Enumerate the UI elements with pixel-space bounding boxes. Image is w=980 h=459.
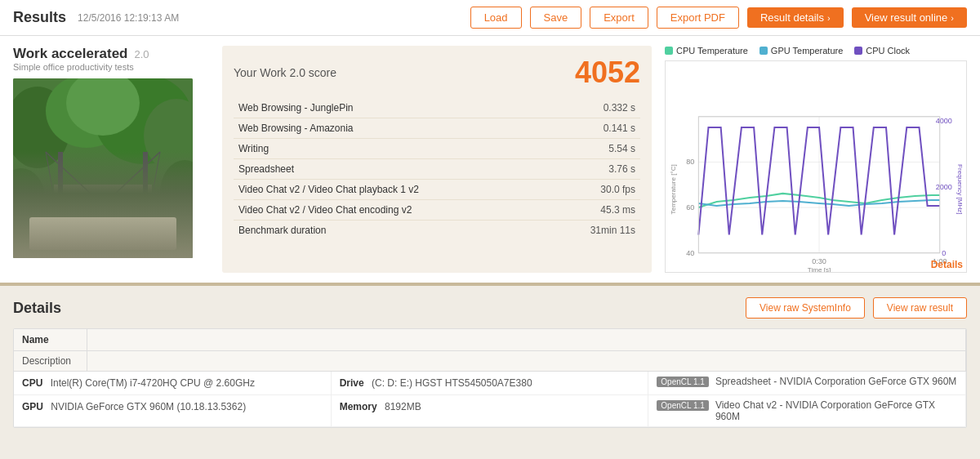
svg-point-20: [13, 168, 46, 234]
description-label: Description: [14, 351, 87, 371]
svg-text:4000: 4000: [936, 117, 952, 125]
svg-rect-7: [54, 185, 152, 258]
description-row: Description: [14, 351, 966, 372]
col-desc-header: [87, 329, 966, 350]
benchmark-row: Spreadsheet 3.76 s: [234, 159, 640, 180]
save-button[interactable]: Save: [530, 7, 582, 29]
opencl-badge-2: OpenCL 1.1: [657, 400, 709, 411]
view-online-button[interactable]: View result online ›: [852, 7, 967, 28]
score-row: Your Work 2.0 score 4052: [234, 56, 640, 90]
benchmark-value: 0.141 s: [549, 118, 640, 139]
svg-text:40: 40: [686, 249, 694, 257]
score-value: 4052: [575, 56, 640, 90]
work-panel: Work accelerated 2.0 Simple office produ…: [13, 46, 209, 273]
chart-details-link[interactable]: Details: [928, 257, 966, 272]
load-button[interactable]: Load: [470, 7, 522, 29]
svg-line-16: [46, 152, 62, 242]
details-title: Details: [13, 300, 61, 317]
svg-text:Temperature [°C]: Temperature [°C]: [670, 164, 677, 214]
benchmark-name: Writing: [234, 139, 549, 159]
view-sysinfo-button[interactable]: View raw SystemInfo: [746, 297, 865, 319]
benchmark-value: 5.54 s: [549, 139, 640, 159]
top-section: Work accelerated 2.0 Simple office produ…: [0, 36, 980, 286]
svg-text:0:30: 0:30: [812, 257, 826, 265]
result-date: 12/5/2016 12:19:13 AM: [78, 12, 179, 24]
gpu-temp-dot: [760, 47, 768, 55]
export-pdf-button[interactable]: Export PDF: [657, 7, 739, 29]
col-name-header: Name: [14, 329, 87, 350]
svg-text:0: 0: [942, 249, 946, 257]
benchmark-row: Writing 5.54 s: [234, 139, 640, 159]
memory-value: 8192MB: [385, 401, 421, 412]
memory-label: Memory: [340, 401, 377, 412]
cpu-clock-label: CPU Clock: [866, 46, 910, 56]
benchmark-name: Video Chat v2 / Video Chat playback 1 v2: [234, 180, 549, 200]
work-version: 2.0: [134, 48, 149, 60]
benchmark-name: Benchmark duration: [234, 221, 549, 241]
chevron-right-icon: ›: [827, 13, 831, 23]
svg-rect-18: [58, 152, 63, 242]
benchmark-name: Web Browsing - JunglePin: [234, 98, 549, 118]
cpu-temp-dot: [665, 47, 673, 55]
details-buttons: View raw SystemInfo View raw result: [746, 297, 967, 319]
view-result-button[interactable]: View raw result: [873, 297, 967, 319]
cpu-temp-label: CPU Temperature: [676, 46, 748, 56]
benchmark-value: 31min 11s: [549, 221, 640, 241]
hardware-grid: CPU Intel(R) Core(TM) i7-4720HQ CPU @ 2.…: [14, 372, 966, 427]
benchmark-value: 30.0 fps: [549, 180, 640, 200]
header: Results 12/5/2016 12:19:13 AM Load Save …: [0, 0, 980, 36]
svg-text:60: 60: [686, 203, 694, 212]
cpu-label: CPU: [22, 377, 42, 389]
svg-text:2000: 2000: [936, 183, 952, 191]
cpu-clock-dot: [854, 47, 862, 55]
details-header-row: Name: [14, 329, 966, 351]
drive-cell: Drive (C: D: E:) HGST HTS545050A7E380: [332, 372, 649, 395]
legend-gpu-temp: GPU Temperature: [760, 46, 843, 56]
benchmark-image: [13, 78, 193, 258]
benchmark-row: Video Chat v2 / Video Chat playback 1 v2…: [234, 180, 640, 200]
page-title: Results: [13, 9, 66, 26]
svg-point-21: [160, 160, 193, 225]
drive-label: Drive: [340, 377, 364, 389]
score-label: Your Work 2.0 score: [234, 66, 336, 79]
benchmark-row: Web Browsing - Amazonia 0.141 s: [234, 118, 640, 139]
legend-cpu-temp: CPU Temperature: [665, 46, 748, 56]
svg-rect-6: [13, 193, 193, 258]
opencl-value-1: Spreadsheet - NVIDIA Corporation GeForce…: [715, 376, 956, 387]
details-table: Name Description CPU Intel(R) Core(TM) i…: [13, 328, 967, 428]
cpu-value: Intel(R) Core(TM) i7-4720HQ CPU @ 2.60GH…: [51, 377, 255, 389]
opencl-value-2: Video Chat v2 - NVIDIA Corporation GeFor…: [715, 399, 957, 422]
benchmark-value: 0.332 s: [549, 98, 640, 118]
chart-area: 40 60 80 0 2000 4000 Frequency [MHz] Tem…: [665, 60, 967, 273]
benchmark-name: Spreadsheet: [234, 159, 549, 180]
benchmark-row: Web Browsing - JunglePin 0.332 s: [234, 98, 640, 118]
legend-cpu-clock: CPU Clock: [854, 46, 910, 56]
benchmark-name: Video Chat v2 / Video Chat encoding v2: [234, 200, 549, 221]
drive-value: (C: D: E:) HGST HTS545050A7E380: [372, 377, 532, 389]
benchmark-name: Web Browsing - Amazonia: [234, 118, 549, 139]
details-section: Details View raw SystemInfo View raw res…: [0, 286, 980, 439]
gpu-value: NVIDIA GeForce GTX 960M (10.18.13.5362): [51, 401, 246, 412]
svg-line-17: [144, 152, 160, 242]
svg-line-15: [103, 152, 160, 205]
benchmark-row: Video Chat v2 / Video Chat encoding v2 4…: [234, 200, 640, 221]
chevron-right-icon: ›: [951, 13, 954, 23]
chart-legend: CPU Temperature GPU Temperature CPU Cloc…: [665, 46, 967, 56]
result-details-button[interactable]: Result details ›: [747, 7, 844, 28]
chart-svg: 40 60 80 0 2000 4000 Frequency [MHz] Tem…: [666, 61, 966, 272]
opencl-cell-1: OpenCL 1.1 Spreadsheet - NVIDIA Corporat…: [648, 372, 966, 395]
benchmark-value: 3.76 s: [549, 159, 640, 180]
svg-line-14: [46, 152, 103, 205]
export-button[interactable]: Export: [590, 7, 648, 29]
memory-cell: Memory 8192MB: [332, 395, 649, 427]
chart-panel: CPU Temperature GPU Temperature CPU Cloc…: [665, 46, 967, 273]
svg-text:80: 80: [686, 158, 694, 166]
svg-rect-8: [62, 201, 144, 242]
details-header: Details View raw SystemInfo View raw res…: [13, 297, 967, 319]
description-value: [87, 351, 966, 371]
benchmark-row: Benchmark duration 31min 11s: [234, 221, 640, 241]
bridge-svg: [13, 78, 193, 258]
opencl-badge-1: OpenCL 1.1: [657, 377, 709, 387]
work-subtitle: Simple office productivity tests: [13, 62, 209, 72]
score-panel: Your Work 2.0 score 4052 Web Browsing - …: [222, 46, 652, 273]
